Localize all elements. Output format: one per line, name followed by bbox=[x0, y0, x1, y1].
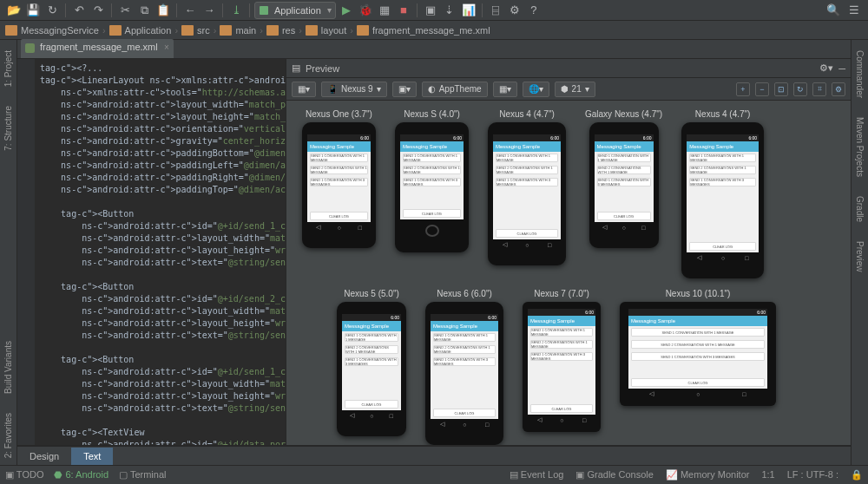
preview-header: ▤ Preview ⚙▾ ─ bbox=[286, 59, 851, 78]
device-preview[interactable]: Nexus 5 (5.0") 6:00 Messaging Sample SEN… bbox=[337, 289, 406, 436]
device-label: Nexus S (4.0") bbox=[404, 109, 460, 119]
folder-icon bbox=[357, 25, 369, 36]
api-dropdown[interactable]: ⬢ 21 ▾ bbox=[555, 82, 595, 97]
zoom-fit-icon[interactable]: ⊡ bbox=[774, 82, 788, 96]
device-preview[interactable]: Nexus S (4.0") 6:00 Messaging Sample SEN… bbox=[395, 109, 469, 252]
tool-favorites[interactable]: 2: Favorites bbox=[3, 413, 13, 458]
device-label: Nexus 7 (7.0") bbox=[534, 289, 589, 298]
folder-icon bbox=[109, 25, 122, 36]
settings2-icon[interactable]: ⚙ bbox=[832, 82, 845, 96]
run-config-dropdown[interactable]: Application bbox=[254, 2, 336, 19]
editor-tabs: fragment_message_me.xml × bbox=[17, 40, 851, 59]
preview-toolbar: ▦▾ 📱 Nexus 9 ▾ ▣▾ ◐ AppTheme ▦▾ 🌐▾ ⬢ 21 … bbox=[286, 78, 851, 101]
zoom-out-icon[interactable]: − bbox=[755, 82, 769, 96]
run-icon[interactable]: ▶ bbox=[338, 2, 355, 19]
tool-project[interactable]: 1: Project bbox=[3, 50, 13, 87]
crumb-layout[interactable]: layout bbox=[306, 25, 346, 36]
folder-icon bbox=[220, 25, 232, 36]
status-event-log[interactable]: ▤ Event Log bbox=[510, 469, 564, 481]
folder-icon bbox=[266, 25, 279, 36]
zoom-in-icon[interactable]: + bbox=[736, 82, 750, 96]
avd-icon[interactable]: ▣ bbox=[422, 2, 439, 19]
editor-tab-file[interactable]: fragment_message_me.xml × bbox=[21, 39, 174, 58]
device-preview[interactable]: Nexus 4 (4.7") 6:00 Messaging Sample SEN… bbox=[681, 109, 764, 278]
right-tool-strip: Commander Maven Projects Gradle Preview bbox=[851, 40, 868, 465]
capture-icon[interactable]: ⌗ bbox=[812, 82, 826, 96]
back-icon[interactable]: ← bbox=[181, 2, 199, 19]
save-icon[interactable]: 💾 bbox=[24, 2, 42, 19]
device-label: Nexus 6 (6.0") bbox=[437, 289, 492, 298]
crumb-res[interactable]: res bbox=[266, 25, 295, 36]
tab-design[interactable]: Design bbox=[17, 448, 71, 465]
palette-icon[interactable]: ▦▾ bbox=[292, 82, 316, 97]
preview-pane: ▤ Preview ⚙▾ ─ ▦▾ 📱 Nexus 9 ▾ ▣▾ ◐ AppTh… bbox=[286, 59, 851, 445]
crumb-main[interactable]: main bbox=[220, 25, 256, 36]
undo-icon[interactable]: ↶ bbox=[70, 2, 88, 19]
folder-icon bbox=[5, 25, 17, 36]
tool-gradle[interactable]: Gradle bbox=[855, 196, 865, 222]
code-text[interactable]: tag-c"><?... tag-c"><LinearLayout ns-c">… bbox=[35, 59, 286, 445]
search-icon[interactable]: 🔍 bbox=[825, 2, 842, 19]
locale-icon[interactable]: ▦▾ bbox=[493, 82, 517, 97]
settings-icon[interactable]: ⚙ bbox=[506, 2, 523, 19]
minimize-icon[interactable]: ─ bbox=[838, 63, 845, 74]
coverage-icon[interactable]: ▦ bbox=[376, 2, 393, 19]
device-preview[interactable]: Nexus 4 (4.7") 6:00 Messaging Sample SEN… bbox=[488, 109, 566, 265]
device-label: Galaxy Nexus (4.7") bbox=[585, 109, 662, 119]
render-globe-icon[interactable]: 🌐▾ bbox=[523, 82, 549, 97]
forward-icon[interactable]: → bbox=[201, 2, 218, 19]
refresh-icon[interactable]: ↻ bbox=[793, 82, 807, 96]
tool-structure[interactable]: 7: Structure bbox=[3, 106, 13, 151]
device-preview[interactable]: Nexus 6 (6.0") 6:00 Messaging Sample SEN… bbox=[425, 289, 503, 445]
gear-icon[interactable]: ⚙▾ bbox=[819, 62, 833, 74]
device-previews[interactable]: Nexus One (3.7") 6:00 Messaging Sample S… bbox=[286, 101, 851, 445]
monitor-icon[interactable]: 📊 bbox=[460, 2, 477, 19]
status-memory[interactable]: 📈 Memory Monitor bbox=[666, 469, 750, 481]
structure-icon[interactable]: ⌸ bbox=[487, 2, 504, 19]
tool-commander[interactable]: Commander bbox=[855, 50, 865, 98]
debug-icon[interactable]: 🐞 bbox=[357, 2, 374, 19]
tab-text[interactable]: Text bbox=[71, 448, 113, 465]
stop-icon[interactable]: ■ bbox=[395, 2, 412, 19]
device-preview[interactable]: Nexus One (3.7") 6:00 Messaging Sample S… bbox=[302, 109, 376, 248]
crumb-MessagingService[interactable]: MessagingService bbox=[5, 25, 99, 36]
folder-icon bbox=[181, 25, 194, 36]
tool-maven[interactable]: Maven Projects bbox=[855, 117, 865, 177]
status-gradle-console[interactable]: ▣ Gradle Console bbox=[575, 469, 654, 481]
status-android[interactable]: ⬣ 6: Android bbox=[54, 469, 108, 481]
sync-icon[interactable]: ↻ bbox=[43, 2, 61, 19]
crumb-src[interactable]: src bbox=[181, 25, 210, 36]
sdk-icon[interactable]: ⇣ bbox=[441, 2, 458, 19]
status-todo[interactable]: ▣ TODO bbox=[5, 469, 43, 481]
orientation-icon[interactable]: ▣▾ bbox=[392, 82, 417, 97]
copy-icon[interactable]: ⧉ bbox=[135, 2, 153, 19]
open-icon[interactable]: 📂 bbox=[5, 2, 23, 19]
device-dropdown[interactable]: 📱 Nexus 9 ▾ bbox=[321, 82, 387, 97]
status-terminal[interactable]: ▢ Terminal bbox=[119, 469, 166, 481]
redo-icon[interactable]: ↷ bbox=[89, 2, 107, 19]
tool-build-variants[interactable]: Build Variants bbox=[3, 341, 13, 394]
xml-editor[interactable]: tag-c"><?... tag-c"><LinearLayout ns-c">… bbox=[17, 59, 286, 445]
status-lock-icon[interactable]: 🔒 bbox=[851, 469, 863, 481]
device-preview[interactable]: Galaxy Nexus (4.7") 6:00 Messaging Sampl… bbox=[585, 109, 662, 248]
device-preview[interactable]: Nexus 7 (7.0") 6:00 Messaging Sample SEN… bbox=[523, 289, 601, 432]
editor-tab-label: fragment_message_me.xml bbox=[40, 42, 158, 52]
cut-icon[interactable]: ✂ bbox=[116, 2, 134, 19]
line-gutter bbox=[17, 59, 35, 445]
paste-icon[interactable]: 📋 bbox=[155, 2, 172, 19]
theme-dropdown[interactable]: ◐ AppTheme bbox=[422, 82, 488, 97]
folder-icon bbox=[306, 25, 318, 36]
device-label: Nexus One (3.7") bbox=[306, 109, 372, 119]
device-label: Nexus 5 (5.0") bbox=[344, 289, 399, 298]
crumb-fragment_message_me.xml[interactable]: fragment_message_me.xml bbox=[357, 25, 490, 36]
menu-icon[interactable]: ☰ bbox=[845, 2, 863, 19]
breadcrumb: MessagingService›Application›src›main›re… bbox=[0, 21, 868, 40]
help-icon[interactable]: ? bbox=[525, 2, 542, 19]
device-preview[interactable]: Nexus 10 (10.1") 6:00 Messaging Sample S… bbox=[620, 289, 776, 406]
build-icon[interactable]: ⤓ bbox=[227, 2, 245, 19]
crumb-Application[interactable]: Application bbox=[109, 25, 172, 36]
status-enc: LF : UTF-8 : bbox=[787, 469, 838, 481]
editor-mode-tabs: Design Text bbox=[17, 446, 851, 465]
tool-preview[interactable]: Preview bbox=[855, 241, 865, 272]
close-tab-icon[interactable]: × bbox=[164, 43, 169, 52]
